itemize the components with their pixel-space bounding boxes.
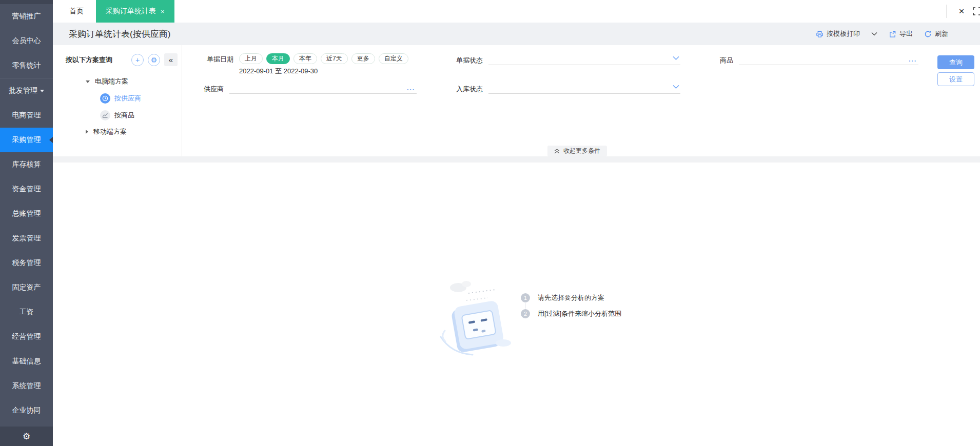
tab-home[interactable]: 首页 [57, 0, 96, 23]
pill-this-year[interactable]: 本年 [293, 53, 317, 64]
pill-this-month[interactable]: 本月 [266, 53, 290, 64]
main-area: 首页 采购订单统计表 × × 采购订单统计表(按供应商) 按模板打印 [53, 0, 980, 446]
step-number-badge: 1 [521, 293, 530, 302]
field-product: 商品 ··· [720, 53, 918, 65]
step-number-badge: 2 [521, 309, 530, 318]
step-connector-line [525, 303, 525, 309]
empty-state-steps: 1 请先选择要分析的方案 2 用[过滤]条件来缩小分析范围 [521, 293, 621, 325]
sidebar-item-system[interactable]: 系统管理 [0, 374, 53, 398]
date-range-value[interactable]: 2022-09-01 至 2022-09-30 [239, 67, 408, 76]
sidebar-item-operations[interactable]: 经营管理 [0, 325, 53, 349]
sidebar-item-label: 经营管理 [12, 332, 41, 341]
tree-group-mobile[interactable]: 移动端方案 [53, 124, 182, 140]
sidebar-item-label: 资金管理 [12, 185, 41, 194]
collapse-panel-button[interactable]: « [164, 53, 178, 66]
sidebar-item-invoices[interactable]: 发票管理 [0, 226, 53, 251]
collapse-more-conditions-button[interactable]: 收起更多条件 [547, 146, 607, 156]
refresh-button[interactable]: 刷新 [924, 29, 948, 38]
sidebar-item-label: 工资 [19, 308, 34, 317]
sidebar-item-label: 库存核算 [12, 160, 41, 169]
close-icon[interactable]: × [954, 0, 969, 23]
tree-item-label: 按供应商 [114, 94, 141, 103]
sidebar-item-wholesale[interactable]: 批发管理 [0, 78, 53, 103]
doc-status-select[interactable] [488, 53, 680, 65]
tab-label: 首页 [69, 7, 84, 16]
sidebar-item-fixed-assets[interactable]: 固定资产 [0, 275, 53, 300]
step-1: 1 请先选择要分析的方案 [521, 293, 621, 302]
field-inbound-status: 入库状态 [456, 82, 680, 94]
print-by-template-button[interactable]: 按模板打印 [816, 29, 860, 38]
sidebar-item-label: 发票管理 [12, 234, 41, 243]
gear-icon: ⚙ [23, 431, 30, 442]
sidebar-item-inventory[interactable]: 库存核算 [0, 152, 53, 177]
sidebar-item-collaboration[interactable]: 企业协同 [0, 398, 53, 423]
caret-down-icon [86, 80, 90, 83]
gear-icon: ⚙ [151, 56, 158, 64]
sidebar-settings-button[interactable]: ⚙ [0, 427, 53, 446]
supplier-label: 供应商 [204, 85, 224, 94]
inbound-status-select[interactable] [488, 82, 680, 94]
filter-buttons: 查询 设置 [937, 55, 974, 86]
product-input[interactable]: ··· [739, 53, 918, 65]
pill-last-month[interactable]: 上月 [239, 53, 263, 64]
section-separator [53, 156, 980, 163]
sidebar-item-tax[interactable]: 税务管理 [0, 251, 53, 275]
chevron-down-icon [871, 32, 877, 36]
sidebar-item-basic-info[interactable]: 基础信息 [0, 349, 53, 374]
empty-state-illustration [437, 276, 516, 360]
title-toolbar: 按模板打印 导出 刷新 [816, 29, 948, 38]
fullscreen-icon[interactable] [969, 0, 980, 23]
filter-section: 按以下方案查询 + ⚙ « 电脑端方案 按供应商 [53, 45, 980, 156]
refresh-label: 刷新 [935, 29, 948, 38]
sidebar-item-purchasing[interactable]: 采购管理 [0, 128, 53, 152]
sidebar-item-label: 企业协同 [12, 406, 41, 415]
plan-panel: 按以下方案查询 + ⚙ « 电脑端方案 按供应商 [53, 45, 182, 156]
sidebar-item-payroll[interactable]: 工资 [0, 300, 53, 325]
collapse-more-label: 收起更多条件 [563, 147, 600, 155]
ellipsis-icon[interactable]: ··· [909, 57, 917, 64]
sidebar-item-marketing[interactable]: 营销推广 [0, 4, 53, 29]
print-options-dropdown[interactable] [871, 32, 877, 36]
sidebar-item-general-ledger[interactable]: 总账管理 [0, 201, 53, 226]
plan-panel-header: 按以下方案查询 + ⚙ « [53, 45, 182, 66]
ellipsis-icon[interactable]: ··· [407, 86, 415, 93]
sidebar-item-label: 采购管理 [12, 135, 41, 145]
tree-item-by-supplier[interactable]: 按供应商 [53, 90, 182, 107]
caret-down-icon [40, 90, 44, 92]
page-title: 采购订单统计表(按供应商) [69, 28, 170, 40]
plan-tree: 电脑端方案 按供应商 按商品 [53, 73, 182, 140]
field-doc-status: 单据状态 [456, 53, 680, 65]
step-2: 2 用[过滤]条件来缩小分析范围 [521, 309, 621, 318]
add-plan-button[interactable]: + [131, 54, 144, 66]
sidebar-item-retail-stats[interactable]: 零售统计 [0, 53, 53, 78]
search-button[interactable]: 查询 [937, 55, 974, 69]
tab-close-icon[interactable]: × [161, 8, 165, 15]
plan-panel-title: 按以下方案查询 [66, 55, 112, 65]
tree-group-pc[interactable]: 电脑端方案 [53, 73, 182, 90]
tree-item-by-product[interactable]: 按商品 [53, 107, 182, 124]
sidebar-item-funds[interactable]: 资金管理 [0, 177, 53, 201]
clock-icon [100, 93, 110, 104]
sidebar-item-label: 税务管理 [12, 258, 41, 268]
sidebar-item-label: 系统管理 [12, 381, 41, 391]
tree-group-label: 电脑端方案 [95, 77, 128, 86]
sidebar-top-strip [0, 0, 53, 4]
caret-right-icon [86, 130, 88, 134]
field-doc-date: 单据日期 上月 本月 本年 近7天 更多 自定义 2022-09-01 至 20… [207, 53, 408, 76]
double-chevron-left-icon: « [169, 55, 173, 64]
pill-custom[interactable]: 自定义 [379, 53, 408, 64]
supplier-input[interactable]: ··· [229, 82, 417, 94]
plan-settings-button[interactable]: ⚙ [148, 54, 160, 66]
pill-more[interactable]: 更多 [351, 53, 375, 64]
tree-group-label: 移动端方案 [93, 127, 127, 136]
pill-last-7-days[interactable]: 近7天 [321, 53, 348, 64]
tab-purchase-order-stats[interactable]: 采购订单统计表 × [96, 0, 174, 23]
sidebar-item-members[interactable]: 会员中心 [0, 29, 53, 53]
sidebar-item-label: 营销推广 [12, 12, 41, 21]
sidebar-item-ecommerce[interactable]: 电商管理 [0, 103, 53, 128]
export-button[interactable]: 导出 [889, 29, 913, 38]
sidebar-item-label: 零售统计 [12, 61, 41, 70]
refresh-icon [924, 30, 932, 38]
filter-form: 单据日期 上月 本月 本年 近7天 更多 自定义 2022-09-01 至 20… [182, 45, 980, 156]
settings-button[interactable]: 设置 [937, 72, 974, 86]
